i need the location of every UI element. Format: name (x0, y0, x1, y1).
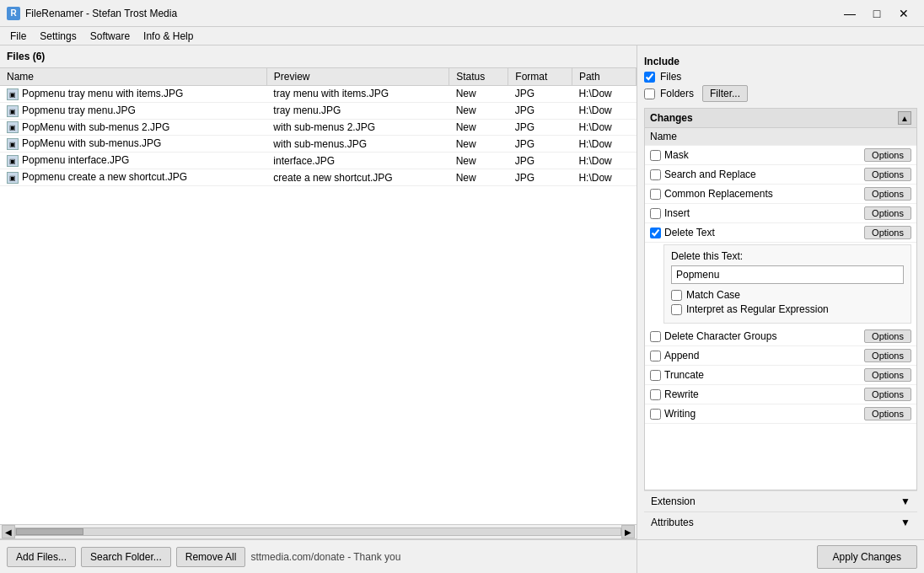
rewrite-checkbox[interactable] (650, 389, 661, 400)
mask-checkbox[interactable] (650, 150, 661, 161)
cell-format: JPG (508, 102, 572, 119)
table-row[interactable]: ▣Popmenu create a new shortcut.JPG creat… (0, 169, 637, 186)
regex-label: Interpret as Regular Expression (686, 303, 829, 315)
extension-row[interactable]: Extension ▼ (644, 490, 917, 511)
col-preview[interactable]: Preview (266, 68, 449, 86)
files-row: Files (644, 71, 917, 83)
app-icon-text: R (10, 8, 16, 18)
delete-char-groups-options-btn[interactable]: Options (864, 329, 911, 343)
menu-settings[interactable]: Settings (33, 29, 83, 44)
col-status[interactable]: Status (449, 68, 508, 86)
search-replace-options-btn[interactable]: Options (864, 168, 911, 181)
scroll-left-arrow[interactable]: ◀ (2, 525, 15, 538)
rewrite-label: Rewrite (664, 388, 861, 400)
horizontal-scrollbar[interactable]: ◀ ▶ (0, 524, 637, 539)
append-label: Append (664, 350, 861, 361)
table-row[interactable]: ▣PopMenu with sub-menus 2.JPG with sub-m… (0, 119, 637, 136)
col-format[interactable]: Format (508, 68, 572, 86)
scrollbar-track[interactable] (15, 527, 621, 536)
attributes-arrow: ▼ (900, 517, 911, 528)
writing-options-btn[interactable]: Options (864, 407, 911, 420)
remove-all-button[interactable]: Remove All (176, 547, 246, 567)
cell-status: New (449, 136, 508, 153)
cell-format: JPG (508, 119, 572, 136)
table-row[interactable]: ▣PopMenu with sub-menus.JPG with sub-men… (0, 136, 637, 153)
changes-scroll-up[interactable]: ▲ (898, 111, 911, 125)
cell-preview: tray menu with items.JPG (266, 86, 449, 103)
cell-format: JPG (508, 136, 572, 153)
extension-label: Extension (651, 495, 696, 507)
search-folder-button[interactable]: Search Folder... (81, 547, 171, 567)
cell-status: New (449, 119, 508, 136)
append-checkbox[interactable] (650, 351, 661, 361)
match-case-checkbox[interactable] (671, 290, 682, 301)
filter-button[interactable]: Filter... (702, 85, 748, 102)
apply-changes-button[interactable]: Apply Changes (817, 545, 917, 569)
menu-file[interactable]: File (3, 29, 33, 44)
scrollbar-thumb[interactable] (16, 528, 83, 535)
titlebar: R FileRenamer - Stefan Trost Media — □ ✕ (0, 0, 924, 27)
rewrite-row: Rewrite Options (645, 385, 916, 404)
changes-section: Changes ▲ Name Mask Options Search and R… (644, 108, 917, 490)
minimize-button[interactable]: — (836, 2, 863, 25)
insert-checkbox[interactable] (650, 208, 661, 219)
delete-char-groups-checkbox[interactable] (650, 331, 661, 342)
file-table[interactable]: Name Preview Status Format Path ▣Popmenu… (0, 68, 637, 524)
files-label: Files (660, 71, 681, 83)
folders-checkbox[interactable] (644, 88, 655, 99)
attributes-row[interactable]: Attributes ▼ (644, 511, 917, 533)
delete-text-checkbox[interactable] (650, 228, 661, 238)
files-header: Files (6) (0, 46, 637, 68)
cell-status: New (449, 169, 508, 186)
delete-text-row: Delete Text Options (645, 223, 916, 243)
file-icon: ▣ (7, 138, 19, 150)
table-row[interactable]: ▣Popmenu tray menu.JPG tray menu.JPG New… (0, 102, 637, 119)
col-path[interactable]: Path (572, 68, 636, 86)
cell-status: New (449, 153, 508, 169)
files-checkbox[interactable] (644, 72, 655, 83)
col-name[interactable]: Name (0, 68, 266, 86)
scroll-right-arrow[interactable]: ▶ (621, 525, 635, 538)
titlebar-left: R FileRenamer - Stefan Trost Media (7, 7, 177, 20)
search-replace-checkbox[interactable] (650, 169, 661, 180)
cell-preview: create a new shortcut.JPG (266, 169, 449, 186)
cell-status: New (449, 102, 508, 119)
insert-options-btn[interactable]: Options (864, 206, 911, 220)
truncate-options-btn[interactable]: Options (864, 368, 911, 382)
cell-path: H:\Dow (572, 86, 636, 103)
rewrite-options-btn[interactable]: Options (864, 388, 911, 401)
writing-label: Writing (664, 408, 861, 420)
common-replacements-label: Common Replacements (664, 188, 861, 200)
menubar: File Settings Software Info & Help (0, 27, 924, 46)
cell-path: H:\Dow (572, 169, 636, 186)
delete-text-options-btn[interactable]: Options (864, 226, 911, 239)
delete-text-label: Delete Text (664, 227, 861, 238)
mask-options-btn[interactable]: Options (864, 148, 911, 162)
cell-name: ▣Popmenu tray menu.JPG (0, 102, 266, 119)
table-row[interactable]: ▣Popmenu interface.JPG interface.JPG New… (0, 153, 637, 169)
writing-checkbox[interactable] (650, 409, 661, 420)
delete-text-input[interactable] (671, 265, 904, 284)
insert-row: Insert Options (645, 204, 916, 223)
close-button[interactable]: ✕ (890, 2, 917, 25)
regex-checkbox[interactable] (671, 304, 682, 315)
append-row: Append Options (645, 346, 916, 366)
insert-label: Insert (664, 207, 861, 219)
menu-info-help[interactable]: Info & Help (137, 29, 200, 44)
table-row[interactable]: ▣Popmenu tray menu with items.JPG tray m… (0, 86, 637, 103)
menu-software[interactable]: Software (83, 29, 137, 44)
maximize-button[interactable]: □ (863, 2, 890, 25)
append-options-btn[interactable]: Options (864, 349, 911, 362)
files-table: Name Preview Status Format Path ▣Popmenu… (0, 68, 637, 186)
mask-row: Mask Options (645, 146, 916, 165)
app-icon: R (7, 7, 20, 20)
truncate-checkbox[interactable] (650, 370, 661, 381)
add-files-button[interactable]: Add Files... (7, 547, 76, 567)
common-replacements-checkbox[interactable] (650, 189, 661, 200)
cell-name: ▣PopMenu with sub-menus 2.JPG (0, 119, 266, 136)
cell-name: ▣Popmenu create a new shortcut.JPG (0, 169, 266, 186)
bottom-left-section: Add Files... Search Folder... Remove All… (0, 540, 637, 573)
file-icon: ▣ (7, 88, 19, 100)
titlebar-title: FileRenamer - Stefan Trost Media (25, 8, 177, 19)
common-replacements-options-btn[interactable]: Options (864, 187, 911, 201)
